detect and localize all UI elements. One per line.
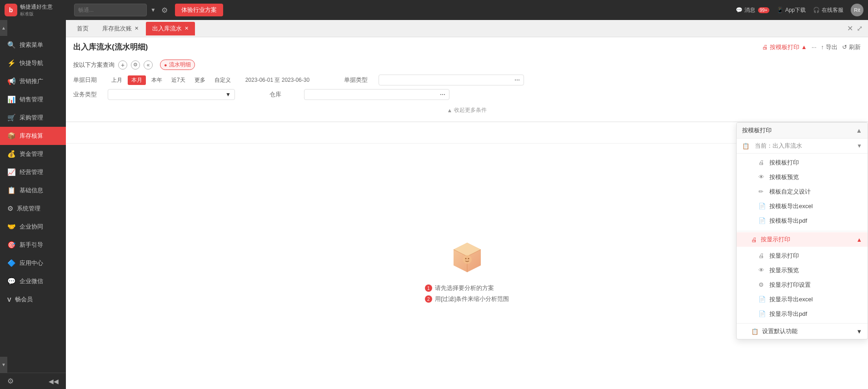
business-type-select[interactable]: ▼ xyxy=(108,89,235,100)
sidebar-item-label: 快捷导航 xyxy=(20,59,43,67)
sidebar-scroll-down[interactable]: ▼ xyxy=(0,357,7,373)
date-tab-7days[interactable]: 近7天 xyxy=(168,75,189,85)
page-title: 出入库流水(流水明细) xyxy=(73,42,148,52)
sidebar-item-search[interactable]: 🔍 搜索菜单 xyxy=(0,36,66,54)
user-avatar[interactable]: Rit xyxy=(851,4,863,16)
tab-bar-right: ✕ ⤢ xyxy=(846,23,863,34)
export-icon: ↑ xyxy=(821,44,824,50)
doc-type-select[interactable]: ⋯ xyxy=(379,75,524,85)
system-icon: ⚙ xyxy=(7,204,13,213)
sidebar-item-label: 经营管理 xyxy=(20,168,43,176)
warehouse-select[interactable]: ⋯ xyxy=(304,89,449,100)
marketing-icon: 📢 xyxy=(7,77,16,85)
dropdown-item-template-pdf[interactable]: 📄 按模板导出pdf xyxy=(737,214,868,228)
display-section-header[interactable]: 🖨 按显示打印 ▲ xyxy=(737,232,868,247)
sidebar-settings-icon[interactable]: ⚙ xyxy=(7,377,14,385)
sidebar-item-system[interactable]: ⚙ 系统管理 xyxy=(0,199,66,218)
tab-batch-close[interactable]: ✕ xyxy=(135,25,139,31)
filter-collapse-btn[interactable]: « xyxy=(144,60,153,70)
date-label: 单据日期 xyxy=(73,76,100,84)
sidebar-item-appcenter[interactable]: 🔷 应用中心 xyxy=(0,254,66,272)
page-actions: 🖨 按模板打印 ▲ ··· ↑ 导出 ↺ 刷新 xyxy=(762,43,861,51)
business-type-row: 业务类型 ▼ 仓库 ⋯ xyxy=(73,89,861,100)
empty-tip-2: 2 用[过滤]条件来缩小分析范围 xyxy=(425,295,509,303)
tab-batch[interactable]: 库存批次账 ✕ xyxy=(96,22,145,35)
filter-settings-btn[interactable]: ⚙ xyxy=(131,60,140,70)
footer-dropdown-icon: ▼ xyxy=(856,328,862,335)
online-service-btn[interactable]: 🎧 在线客服 xyxy=(813,6,843,14)
date-tab-this-month[interactable]: 本月 xyxy=(128,75,146,85)
dropdown-collapse-btn[interactable]: ▲ xyxy=(856,127,862,134)
message-btn[interactable]: 💬 消息 99+ xyxy=(736,6,769,14)
sidebar-item-vip[interactable]: V 畅会员 xyxy=(0,290,66,309)
dropdown-item-display-print[interactable]: 🖨 按显示打印 xyxy=(737,249,868,263)
dropdown-panel-header: 按模板打印 ▲ xyxy=(737,123,868,139)
tab-home[interactable]: 首页 xyxy=(70,22,95,35)
dropdown-item-template-print[interactable]: 🖨 按模板打印 xyxy=(737,155,868,170)
filter-add-btn[interactable]: + xyxy=(118,60,127,70)
trial-btn[interactable]: 体验行业方案 xyxy=(175,4,223,16)
dropdown-item-label: 按模板导出pdf xyxy=(769,217,807,225)
empty-tips: 1 请先选择要分析的方案 2 用[过滤]条件来缩小分析范围 xyxy=(425,284,509,306)
header-search-input[interactable] xyxy=(74,4,147,16)
sidebar-item-finance[interactable]: 💰 资金管理 xyxy=(0,145,66,163)
template-print-btn[interactable]: 🖨 按模板打印 ▲ xyxy=(762,43,807,51)
date-tabs: 上月 本月 本年 近7天 更多 自定义 xyxy=(108,75,234,85)
date-tab-more[interactable]: 更多 xyxy=(191,75,209,85)
current-dropdown-btn[interactable]: ▼ xyxy=(857,143,862,149)
sidebar-item-label: 搜索菜单 xyxy=(20,41,43,49)
excel-icon: 📄 xyxy=(758,296,766,303)
filter-tag-label: 流水明细 xyxy=(169,61,191,69)
sidebar-item-operation[interactable]: 📈 经营管理 xyxy=(0,163,66,181)
date-tab-this-year[interactable]: 本年 xyxy=(148,75,166,85)
display-section-collapse: ▲ xyxy=(856,236,862,243)
tab-close-all-btn[interactable]: ✕ xyxy=(846,23,854,34)
sidebar-item-label: 新手引导 xyxy=(20,241,43,249)
export-btn[interactable]: ↑ 导出 xyxy=(821,43,838,51)
sidebar-item-enterprise[interactable]: 🤝 企业协同 xyxy=(0,218,66,236)
sidebar-item-inventory[interactable]: 📦 库存核算 xyxy=(0,127,66,145)
sidebar-item-purchase[interactable]: 🛒 采购管理 xyxy=(0,109,66,127)
sidebar-item-basic[interactable]: 📋 基础信息 xyxy=(0,181,66,199)
dropdown-item-display-pdf[interactable]: 📄 按显示导出pdf xyxy=(737,307,868,321)
sidebar-collapse-icon[interactable]: ◀◀ xyxy=(49,378,59,385)
display-section: 🖨 按显示打印 👁 按显示预览 ⚙ 按显示打印设置 📄 xyxy=(737,247,868,323)
sidebar-item-shortcut[interactable]: ⚡ 快捷导航 xyxy=(0,54,66,72)
header-search-dropdown[interactable]: ▼ xyxy=(150,7,156,13)
dropdown-item-display-settings[interactable]: ⚙ 按显示打印设置 xyxy=(737,278,868,292)
tab-flow[interactable]: 出入库流水 ✕ xyxy=(146,22,195,35)
main-layout: ▲ 🔍 搜索菜单 ⚡ 快捷导航 📢 营销推广 📊 销售管理 🛒 采购管理 📦 库… xyxy=(0,20,868,389)
dropdown-item-template-preview[interactable]: 👁 按模板预览 xyxy=(737,170,868,185)
sidebar-item-marketing[interactable]: 📢 营销推广 xyxy=(0,72,66,90)
doc-type-dropdown-icon: ⋯ xyxy=(514,77,520,83)
tip2-text: 用[过滤]条件来缩小分析范围 xyxy=(435,295,509,303)
sidebar-item-wechat[interactable]: 💬 企业微信 xyxy=(0,272,66,290)
sidebar-item-guide[interactable]: 🎯 新手引导 xyxy=(0,236,66,254)
sidebar-scroll-up[interactable]: ▲ xyxy=(0,20,7,36)
dropdown-item-display-excel[interactable]: 📄 按显示导出excel xyxy=(737,292,868,307)
printer-icon: 🖨 xyxy=(758,252,766,259)
eye-icon: 👁 xyxy=(758,267,766,274)
dropdown-item-display-preview[interactable]: 👁 按显示预览 xyxy=(737,263,868,278)
app-download-btn[interactable]: 📱 App下载 xyxy=(777,6,806,14)
dropdown-footer[interactable]: 📋 设置默认功能 ▼ xyxy=(737,323,868,339)
date-tab-last-month[interactable]: 上月 xyxy=(108,75,126,85)
sidebar-item-sales[interactable]: 📊 销售管理 xyxy=(0,90,66,109)
sidebar-item-label: 资金管理 xyxy=(20,150,43,158)
refresh-btn[interactable]: ↺ 刷新 xyxy=(842,43,861,51)
dropdown-item-template-excel[interactable]: 📄 按模板导出excel xyxy=(737,199,868,214)
header-gear-icon[interactable]: ⚙ xyxy=(161,6,168,15)
lightning-icon: ⚡ xyxy=(7,59,16,67)
settings-default-icon: 📋 xyxy=(751,328,758,335)
current-label-text: 当前：出入库流水 xyxy=(755,142,802,150)
pdf-icon: 📄 xyxy=(758,310,766,318)
content-area: 首页 库存批次账 ✕ 出入库流水 ✕ ✕ ⤢ 出入库流水(流水明细) xyxy=(66,20,868,389)
collapse-btn[interactable]: ▲ 收起更多条件 xyxy=(447,106,487,114)
date-tab-custom[interactable]: 自定义 xyxy=(211,75,234,85)
tab-flow-close[interactable]: ✕ xyxy=(185,25,189,31)
refresh-icon: ↺ xyxy=(842,44,847,50)
dropdown-item-template-design[interactable]: ✏ 模板自定义设计 xyxy=(737,185,868,199)
tab-maximize-btn[interactable]: ⤢ xyxy=(856,23,863,34)
more-options-btn[interactable]: ··· xyxy=(812,44,817,50)
refresh-label: 刷新 xyxy=(849,43,861,51)
